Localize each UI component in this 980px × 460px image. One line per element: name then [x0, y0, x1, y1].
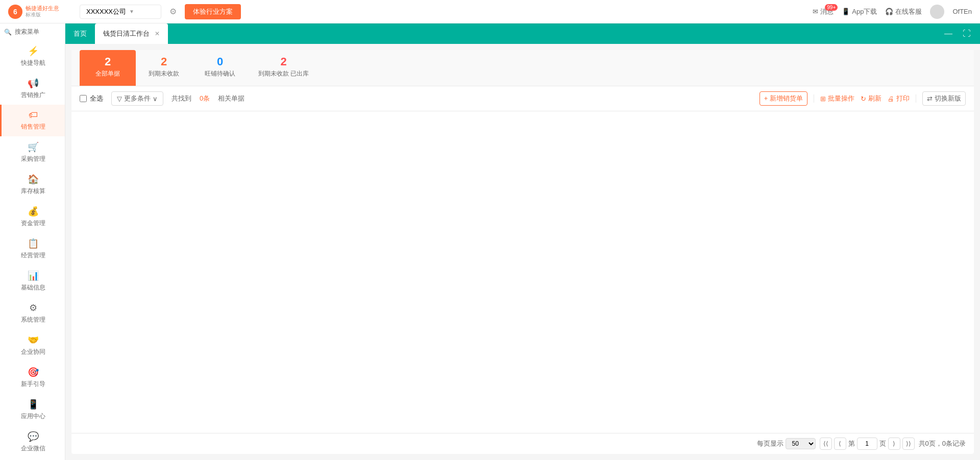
sidebar-item-wechat[interactable]: 💬 企业微信	[0, 426, 65, 458]
tab-wangpu-label: 旺铺待确认	[205, 69, 235, 78]
trial-button[interactable]: 体验行业方案	[185, 4, 241, 19]
page-label: 第	[848, 439, 855, 448]
top-header: 6 畅捷通好生意 标准版 XXXXXX公司 ▼ ⚙ 体验行业方案 ✉ 消息 99…	[0, 0, 980, 23]
status-tab-overdue-out[interactable]: 2 到期未收款 已出库	[248, 50, 319, 86]
settings-icon[interactable]: ⚙	[167, 5, 179, 18]
company-selector[interactable]: XXXXXX公司 ▼	[80, 5, 161, 19]
wechat-icon: 💬	[28, 431, 39, 442]
sidebar-item-operations[interactable]: 📋 经营管理	[0, 233, 65, 265]
sidebar-item-label: 快捷导航	[21, 59, 45, 67]
phone-icon: 📱	[842, 8, 850, 15]
per-page-label: 每页显示	[757, 439, 783, 448]
next-page-button[interactable]: ⟩	[888, 438, 900, 450]
tab-work-label: 钱货日清工作台	[103, 29, 150, 38]
cooperation-icon: 🤝	[28, 334, 39, 346]
sidebar-item-quick-nav[interactable]: ⚡ 快捷导航	[0, 40, 65, 72]
sidebar-item-guide[interactable]: 🎯 新手引导	[0, 361, 65, 394]
sidebar-item-member[interactable]: ▽ 畅会员	[0, 458, 65, 460]
first-page-button[interactable]: ⟨⟨	[820, 438, 832, 450]
sidebar-item-label: 资金管理	[21, 219, 45, 228]
filter-button[interactable]: ▽ 更多条件 ∨	[111, 91, 163, 106]
tab-home[interactable]: 首页	[65, 23, 95, 44]
page-number-input[interactable]	[857, 438, 877, 450]
print-button[interactable]: 🖨 打印	[888, 94, 910, 103]
basic-info-icon: 📊	[28, 270, 39, 281]
marketing-icon: 📢	[28, 78, 39, 89]
page-total: 共0页，0条记录	[919, 439, 966, 448]
maximize-icon[interactable]: ⛶	[960, 28, 974, 39]
logo-badge-text: 标准版	[26, 12, 59, 18]
switch-version-button[interactable]: ⇄ 切换新版	[922, 91, 966, 106]
tab-home-label: 首页	[74, 29, 87, 38]
batch-operation-button[interactable]: ⊞ 批量操作	[820, 94, 854, 103]
message-badge: 99+	[825, 4, 838, 11]
sidebar-item-label: 企业协同	[21, 348, 45, 356]
sidebar-item-sales[interactable]: 🏷 销售管理	[0, 105, 65, 136]
guide-icon: 🎯	[28, 367, 39, 378]
online-service-button[interactable]: 🎧 在线客服	[885, 7, 922, 16]
tab-work[interactable]: 钱货日清工作台 ✕	[95, 23, 168, 44]
print-label: 打印	[896, 94, 910, 103]
sales-icon: 🏷	[29, 110, 38, 120]
tab-overdue-label: 到期未收款	[149, 69, 179, 78]
sidebar-item-system[interactable]: ⚙ 系统管理	[0, 297, 65, 329]
sidebar-item-purchase[interactable]: 🛒 采购管理	[0, 136, 65, 168]
quick-nav-icon: ⚡	[28, 45, 39, 57]
avatar[interactable]	[930, 5, 944, 19]
found-suffix: 相关单据	[218, 94, 244, 103]
toolbar: 全选 ▽ 更多条件 ∨ 共找到 0条 相关单据 + 新增销货单 ⊞ 批量操作 ↻	[71, 86, 974, 111]
found-count: 0条	[200, 94, 210, 103]
status-tab-overdue[interactable]: 2 到期未收款	[136, 50, 192, 86]
page-navigation: ⟨⟨ ⟨ 第 页 ⟩ ⟩⟩	[820, 438, 915, 450]
search-icon: 🔍	[4, 29, 12, 36]
operations-icon: 📋	[28, 238, 39, 249]
status-tab-all[interactable]: 2 全部单据	[80, 50, 136, 86]
last-page-button[interactable]: ⟩⟩	[902, 438, 915, 450]
inventory-icon: 🏠	[28, 174, 39, 185]
app-logo-icon: 6	[8, 5, 22, 19]
switch-icon: ⇄	[927, 95, 933, 103]
chevron-down-icon: ∨	[153, 95, 158, 103]
tab-close-icon[interactable]: ✕	[155, 30, 160, 37]
status-tabs: 2 全部单据 2 到期未收款 0 旺铺待确认 2 到期未收款 已出库	[71, 50, 974, 86]
system-icon: ⚙	[29, 302, 37, 313]
purchase-icon: 🛒	[28, 141, 39, 153]
page-size-selector: 每页显示 50 10 20 100	[757, 438, 816, 449]
refresh-button[interactable]: ↻ 刷新	[861, 94, 881, 103]
tab-wangpu-count: 0	[217, 56, 223, 67]
add-sales-order-button[interactable]: + 新增销货单	[760, 91, 807, 106]
company-name: XXXXXX公司	[86, 7, 126, 16]
sidebar-item-label: 经营管理	[21, 251, 45, 260]
message-button[interactable]: ✉ 消息 99+	[813, 7, 834, 16]
username-text: OfTEn	[952, 8, 972, 15]
sidebar-item-app-center[interactable]: 📱 应用中心	[0, 394, 65, 426]
found-prefix: 共找到	[172, 94, 191, 103]
minimize-icon[interactable]: —	[941, 28, 955, 39]
select-all-label: 全选	[90, 94, 103, 103]
sidebar-item-label: 营销推广	[21, 91, 45, 100]
sidebar-item-marketing[interactable]: 📢 营销推广	[0, 72, 65, 105]
tab-all-label: 全部单据	[95, 69, 120, 78]
sidebar-item-basic-info[interactable]: 📊 基础信息	[0, 265, 65, 297]
sidebar-item-label: 系统管理	[21, 316, 45, 324]
sidebar-item-label: 销售管理	[21, 123, 45, 131]
empty-state	[71, 111, 974, 433]
page-suffix: 页	[879, 439, 886, 448]
tab-overdue-out-label: 到期未收款 已出库	[258, 69, 309, 78]
sidebar-item-finance[interactable]: 💰 资金管理	[0, 201, 65, 233]
status-tab-wangpu[interactable]: 0 旺铺待确认	[192, 50, 248, 86]
message-icon: ✉	[813, 8, 818, 15]
filter-label: 更多条件	[124, 94, 151, 103]
per-page-select[interactable]: 50 10 20 100	[786, 438, 816, 449]
table-area	[71, 111, 974, 433]
app-download-button[interactable]: 📱 App下载	[842, 7, 877, 16]
sidebar-item-label: 采购管理	[21, 155, 45, 163]
logo-area: 6 畅捷通好生意 标准版	[8, 5, 74, 19]
sidebar-search[interactable]: 🔍 搜索菜单	[0, 23, 65, 40]
select-all-area[interactable]: 全选	[80, 94, 103, 103]
sidebar-item-cooperation[interactable]: 🤝 企业协同	[0, 329, 65, 361]
select-all-checkbox[interactable]	[80, 95, 87, 102]
toolbar-right: + 新增销货单 ⊞ 批量操作 ↻ 刷新 🖨 打印 ⇄ 切换新版	[760, 91, 966, 106]
sidebar-item-inventory[interactable]: 🏠 库存核算	[0, 168, 65, 201]
prev-page-button[interactable]: ⟨	[834, 438, 846, 450]
